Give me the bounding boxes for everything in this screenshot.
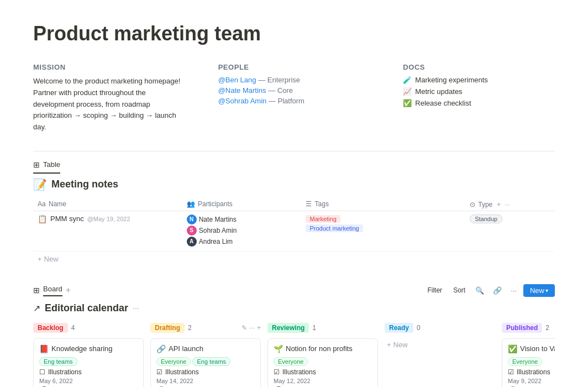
table-row[interactable]: 📋PMM sync @May 19, 2022NNate MartinsSSoh… [33, 211, 555, 251]
meeting-notes-header: 📝 Meeting notes [33, 178, 555, 191]
card-tag: Everyone [508, 357, 542, 366]
board-column: Reviewing 1🌱Notion for non profitsEveryo… [267, 323, 378, 387]
editorial-more[interactable]: ··· [133, 304, 139, 312]
people-item: @Ben Lang — Enterprise [218, 76, 370, 84]
card-tag: Eng teams [39, 357, 77, 366]
more-icon[interactable]: ··· [508, 285, 519, 296]
search-icon[interactable]: 🔍 [473, 285, 486, 296]
people-heading: People [218, 63, 370, 71]
board-icon: ⊞ [33, 286, 40, 295]
page-title: Product marketing team [33, 22, 555, 45]
board-column: Backlog 4📕Knowledge sharingEng teams☐Ill… [33, 323, 144, 387]
docs-item[interactable]: ✅Release checklist [403, 99, 555, 107]
docs-item[interactable]: 🧪Marketing experiments [403, 76, 555, 84]
mission-text: Welcome to the product marketing homepag… [33, 76, 185, 133]
avatar: N [187, 215, 197, 224]
card-tag: Eng teams [192, 357, 230, 366]
editorial-calendar-header: ↗ Editorial calendar ··· [33, 302, 555, 314]
board-columns: Backlog 4📕Knowledge sharingEng teams☐Ill… [33, 323, 555, 387]
cell-tags: MarketingProduct marketing [301, 211, 465, 251]
card-check: ☑Illustrations [274, 368, 372, 376]
list-item[interactable]: 🔗API launchEveryoneEng teams☑Illustratio… [150, 338, 261, 387]
list-item[interactable]: 🌱Notion for non profitsEveryone☑Illustra… [267, 338, 378, 387]
docs-item[interactable]: 📈Metric updates [403, 87, 555, 96]
col-edit-icon[interactable]: ✎ [242, 324, 247, 332]
col-count: 2 [188, 324, 192, 332]
card-date: May 12, 2022 [274, 378, 372, 384]
col-count: 0 [417, 324, 421, 332]
meeting-notes-title: Meeting notes [51, 179, 118, 190]
docs-heading: Docs [403, 63, 555, 71]
card-title: 🔗API launch [156, 344, 255, 353]
info-section: Mission Welcome to the product marketing… [33, 63, 555, 133]
board-column: Ready 0+ New [385, 323, 495, 387]
doc-link[interactable]: Marketing experiments [415, 76, 488, 84]
mission-block: Mission Welcome to the product marketing… [33, 63, 185, 133]
people-list: @Ben Lang — Enterprise@Nate Martins — Co… [218, 76, 370, 105]
mission-heading: Mission [33, 63, 185, 71]
col-status: Reviewing [267, 323, 309, 333]
card-check: ☐Illustrations [39, 368, 138, 376]
avatar: S [187, 226, 197, 236]
col-status: Backlog [33, 323, 68, 333]
col-count: 2 [545, 324, 549, 332]
table-icon: ⊞ [33, 160, 40, 169]
link-icon[interactable]: 🔗 [491, 285, 504, 296]
col-count: 1 [312, 324, 316, 332]
card-tag: Everyone [156, 357, 191, 366]
col-header: Backlog 4 [33, 323, 144, 333]
doc-emoji: 🧪 [403, 76, 412, 84]
card-date: May 14, 2022 [156, 378, 255, 384]
board-tab-label[interactable]: Board [43, 285, 62, 296]
meeting-notes-new[interactable]: + New [33, 252, 555, 266]
col-count: 4 [71, 324, 75, 332]
card-check: ☑Illustrations [508, 368, 555, 376]
new-label: New [530, 286, 544, 295]
docs-list: 🧪Marketing experiments📈Metric updates✅Re… [403, 76, 555, 107]
editorial-emoji: ↗ [33, 303, 40, 313]
meeting-notes-emoji: 📝 [33, 178, 47, 191]
new-button[interactable]: New ▾ [523, 284, 555, 297]
tab-bar-table: ⊞ Table [33, 160, 60, 174]
new-dropdown-arrow: ▾ [545, 287, 548, 294]
board-tab-bar: ⊞ Board + Filter Sort 🔍 🔗 ··· New ▾ [33, 284, 555, 297]
meeting-notes-table: Aa Name 👥 Participants ☰ Tags ⊙ Type [33, 198, 555, 252]
people-block: People @Ben Lang — Enterprise@Nate Marti… [218, 63, 370, 133]
cell-name: 📋PMM sync @May 19, 2022 [33, 211, 182, 251]
doc-link[interactable]: Metric updates [415, 87, 462, 96]
col-header: Ready 0 [385, 323, 495, 333]
card-title: 📕Knowledge sharing [39, 344, 138, 353]
board-tab-add[interactable]: + [66, 285, 71, 295]
sort-button[interactable]: Sort [450, 285, 469, 296]
filter-button[interactable]: Filter [424, 285, 445, 296]
board-section: ⊞ Board + Filter Sort 🔍 🔗 ··· New ▾ ↗ Ed… [33, 284, 555, 387]
doc-emoji: 📈 [403, 87, 412, 96]
col-status: Ready [385, 323, 413, 333]
card-check: ☑Illustrations [156, 368, 255, 376]
list-item[interactable]: ✅Vision to Values templateEveryone☑Illus… [502, 338, 555, 387]
card-date: May 6, 2022 [39, 378, 138, 384]
doc-emoji: ✅ [403, 99, 412, 107]
add-new-card[interactable]: + New [385, 338, 495, 351]
col-header-participants: 👥 Participants [182, 198, 302, 211]
col-header: Reviewing 1 [267, 323, 378, 333]
docs-block: Docs 🧪Marketing experiments📈Metric updat… [403, 63, 555, 133]
board-tab-right: Filter Sort 🔍 🔗 ··· New ▾ [424, 284, 555, 297]
people-item: @Sohrab Amin — Platform [218, 97, 370, 105]
doc-link[interactable]: Release checklist [415, 99, 471, 107]
col-status: Drafting [150, 323, 185, 333]
card-tag: Everyone [274, 357, 308, 366]
card-title: ✅Vision to Values template [508, 344, 555, 353]
col-add-icon[interactable]: + [257, 324, 261, 332]
col-more-icon[interactable]: ··· [249, 324, 255, 332]
card-title: 🌱Notion for non profits [274, 344, 372, 353]
editorial-title: Editorial calendar [45, 302, 128, 314]
list-item[interactable]: 📕Knowledge sharingEng teams☐Illustration… [33, 338, 144, 387]
col-header: Drafting 2✎···+ [150, 323, 261, 333]
col-status: Published [502, 323, 542, 333]
table-section: ⊞ Table 📝 Meeting notes Aa Name 👥 Partic… [33, 160, 555, 266]
cell-participants: NNate MartinsSSohrab AminAAndrea Lim [182, 211, 302, 251]
board-column: Drafting 2✎···+🔗API launchEveryoneEng te… [150, 323, 261, 387]
board-column: Published 2+✅Vision to Values templateEv… [502, 323, 555, 387]
table-tab-label[interactable]: Table [43, 160, 60, 169]
